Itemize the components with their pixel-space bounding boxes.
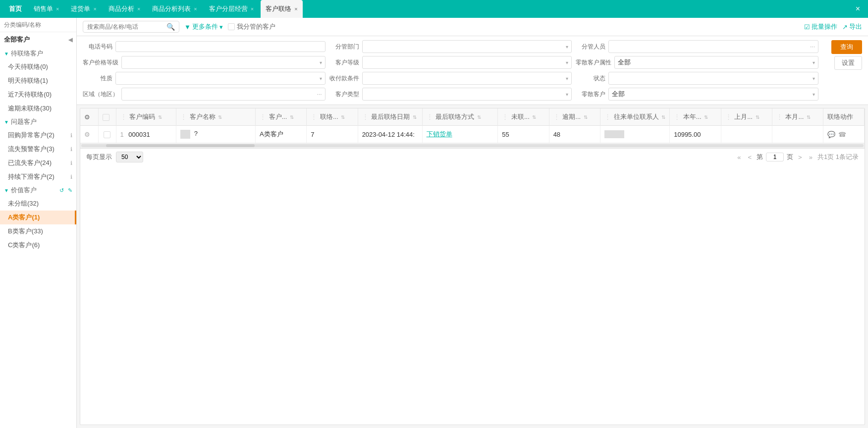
- customer-level-select[interactable]: ▾: [362, 56, 572, 69]
- nature-select[interactable]: ▾: [115, 72, 326, 85]
- status-select[interactable]: ▾: [608, 72, 818, 85]
- manager-label: 分管人员: [576, 43, 605, 51]
- phone-icon[interactable]: ☎: [838, 131, 846, 138]
- export-btn[interactable]: ↗ 导出: [842, 22, 862, 31]
- close-all-tabs[interactable]: ×: [852, 4, 864, 13]
- sort-overdue[interactable]: ⇅: [584, 114, 588, 120]
- all-customers-header[interactable]: 全部客户 ◀: [0, 32, 76, 47]
- nav-purchase-order[interactable]: 进货单 ×: [66, 0, 101, 18]
- col-checkbox: [98, 108, 116, 126]
- sidebar-item-7days[interactable]: 近7天待联络(0): [0, 88, 76, 102]
- settings-button[interactable]: 设置: [834, 56, 862, 70]
- type-arrow: ▾: [566, 92, 568, 97]
- sort-contact-person[interactable]: ⇅: [661, 114, 665, 120]
- message-icon[interactable]: 💬: [827, 131, 835, 138]
- close-customer-tier[interactable]: ×: [251, 6, 254, 12]
- batch-op-btn[interactable]: ☑ 批量操作: [804, 22, 837, 31]
- scroll-track[interactable]: [81, 144, 864, 147]
- sidebar-item-ungrouped[interactable]: 未分组(32): [0, 197, 76, 211]
- sort-name[interactable]: ⇅: [218, 114, 222, 120]
- sort-contact[interactable]: ⇅: [341, 114, 345, 120]
- next-page-btn[interactable]: >: [796, 153, 804, 161]
- scroll-thumb[interactable]: [106, 144, 255, 147]
- price-level-select[interactable]: ▾: [121, 56, 326, 69]
- dept-select[interactable]: ▾: [362, 40, 572, 53]
- sort-this-year[interactable]: ⇅: [704, 114, 708, 120]
- filter-cell-manager: 分管人员 ···: [576, 40, 818, 53]
- phone-input[interactable]: [115, 41, 326, 52]
- filter-cell-retail: 零散客户 全部 ▾: [576, 88, 818, 101]
- sidebar-item-repurchase-abnormal[interactable]: 回购异常客户(2) ℹ: [0, 128, 76, 142]
- close-customer-contact[interactable]: ×: [294, 6, 297, 12]
- refresh-icon[interactable]: ↺: [59, 187, 64, 194]
- nav-customer-contact[interactable]: 客户联络 ×: [261, 0, 302, 18]
- sidebar-item-tomorrow[interactable]: 明天待联络(1): [0, 74, 76, 88]
- close-product-analysis[interactable]: ×: [137, 6, 140, 12]
- sort-last-month[interactable]: ⇅: [756, 114, 760, 120]
- group-pending-contact[interactable]: ▼ 待联络客户: [0, 47, 76, 60]
- sidebar-item-declining[interactable]: 持续下滑客户(2) ℹ: [0, 170, 76, 184]
- sidebar-item-today[interactable]: 今天待联络(0): [0, 60, 76, 74]
- horizontal-scrollbar[interactable]: [80, 143, 865, 148]
- edit-icon[interactable]: ✎: [68, 187, 72, 194]
- region-select[interactable]: ···: [121, 88, 326, 101]
- close-product-analysis-list[interactable]: ×: [194, 6, 197, 12]
- header-checkbox[interactable]: [103, 114, 109, 121]
- sidebar-item-c-class[interactable]: C类客户(6): [0, 238, 76, 252]
- status-label: 状态: [576, 74, 605, 83]
- more-conditions-btn[interactable]: ▼ 更多条件 ▾: [184, 22, 223, 31]
- export-icon: ↗: [842, 23, 848, 31]
- sidebar-item-overdue[interactable]: 逾期未联络(30): [0, 102, 76, 115]
- type-select[interactable]: ▾: [362, 88, 572, 101]
- row-gear[interactable]: ⚙: [80, 126, 98, 143]
- main-layout: 🔍 全部客户 ◀ ▼ 待联络客户 今天待联络(0) 明天待联络(1) 近7天待联…: [0, 18, 868, 428]
- prev-page-btn[interactable]: <: [746, 153, 754, 161]
- gear-icon[interactable]: ⚙: [84, 113, 90, 121]
- nav-sales-order[interactable]: 销售单 ×: [29, 0, 64, 18]
- close-sales-order[interactable]: ×: [56, 6, 59, 12]
- sidebar-item-churn-warning[interactable]: 流失预警客户(3) ℹ: [0, 142, 76, 156]
- sidebar-item-a-class[interactable]: A类客户(1): [0, 211, 76, 224]
- sort-last-date[interactable]: ⇅: [413, 114, 417, 120]
- payment-select[interactable]: ▾: [362, 72, 572, 85]
- retail-attr-select[interactable]: 全部 ▾: [614, 56, 818, 69]
- sort-last-method[interactable]: ⇅: [477, 114, 481, 120]
- search-input[interactable]: [87, 23, 166, 30]
- group-value-customers[interactable]: ▼ 价值客户 ↺ ✎: [0, 184, 76, 197]
- nav-product-analysis-list[interactable]: 商品分析列表 ×: [147, 0, 202, 18]
- query-button[interactable]: 查询: [831, 40, 862, 54]
- row-this-month: [772, 126, 823, 143]
- filter-row-4: 区域（地区） ··· 客户类型 ▾: [83, 88, 818, 101]
- nav-product-analysis[interactable]: 商品分析 ×: [104, 0, 145, 18]
- row-checkbox[interactable]: [98, 126, 116, 143]
- nav-home[interactable]: 首页: [4, 0, 27, 18]
- region-dots: ···: [317, 91, 322, 98]
- filter-cell-type: 客户类型 ▾: [329, 88, 572, 101]
- sort-not-contact[interactable]: ⇅: [532, 114, 536, 120]
- contact-person-placeholder: [604, 130, 624, 138]
- sort-level[interactable]: ⇅: [290, 114, 294, 120]
- my-customers-checkbox[interactable]: 我分管的客户: [228, 22, 275, 31]
- sidebar-item-b-class[interactable]: B类客户(33): [0, 224, 76, 238]
- retail-select[interactable]: 全部 ▾: [608, 88, 818, 101]
- search-icon[interactable]: 🔍: [166, 23, 175, 31]
- nav-customer-tier[interactable]: 客户分层经营 ×: [204, 0, 259, 18]
- current-page-input[interactable]: [766, 153, 784, 161]
- last-method-link[interactable]: 下销货单: [427, 130, 452, 138]
- sidebar-item-churned[interactable]: 已流失客户(24) ℹ: [0, 156, 76, 170]
- last-page-btn[interactable]: »: [807, 153, 814, 161]
- col-this-year: ⋮ 本年... ⇅: [670, 108, 721, 126]
- sidebar-search-input[interactable]: [4, 21, 77, 28]
- manager-select[interactable]: ···: [608, 40, 818, 53]
- close-purchase-order[interactable]: ×: [93, 6, 96, 12]
- col-last-month: ⋮ 上月... ⇅: [721, 108, 772, 126]
- sort-this-month[interactable]: ⇅: [807, 114, 811, 120]
- first-page-btn[interactable]: «: [735, 153, 743, 161]
- group-problem-customers[interactable]: ▼ 问题客户: [0, 115, 76, 128]
- sort-code[interactable]: ⇅: [158, 114, 162, 120]
- checkbox-icon[interactable]: [228, 23, 235, 30]
- page-size-select[interactable]: 50 100 200: [116, 152, 143, 162]
- row-this-year: 10995.00: [670, 126, 721, 143]
- info-icon-3: ℹ: [70, 160, 72, 166]
- top-navigation: 首页 销售单 × 进货单 × 商品分析 × 商品分析列表 × 客户分层经营 × …: [0, 0, 868, 18]
